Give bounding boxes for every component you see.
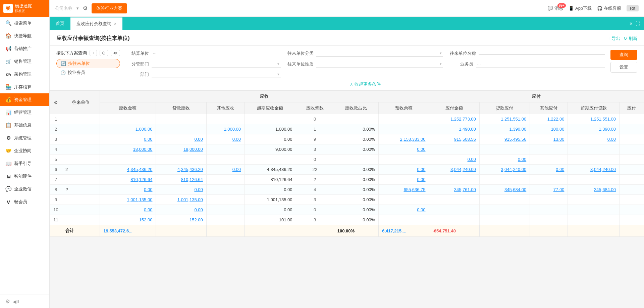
footer-ap-amount[interactable]: -654,751.40	[429, 225, 479, 237]
refresh-btn[interactable]: ↻ 刷新	[624, 36, 637, 42]
config-icon[interactable]: ⊙	[100, 50, 108, 56]
row-prepaid[interactable]: 2,153,333.00	[379, 134, 429, 144]
collapse-sidebar-icon[interactable]: ◀II	[13, 299, 19, 304]
row-ap-amount[interactable]: 1,252,773.00	[429, 114, 479, 124]
sidebar-item-search-menu[interactable]: 🔍 搜索菜单	[0, 17, 49, 30]
row-loan-ar[interactable]: 0.00	[156, 185, 206, 195]
partner-name-input[interactable]	[479, 52, 605, 55]
salesperson-input[interactable]: ···	[476, 60, 605, 68]
row-other-ar[interactable]: 1,000.00	[206, 124, 244, 134]
sidebar-item-wechat[interactable]: 💬 企业微信	[0, 183, 49, 195]
row-prepaid[interactable]: 0.00	[379, 175, 429, 185]
row-partner	[62, 155, 100, 165]
more-icon[interactable]: ≪	[111, 50, 120, 56]
export-btn[interactable]: ↑ 导出	[608, 36, 621, 42]
partner-nature-select[interactable]: ▾	[316, 61, 443, 68]
tab-home[interactable]: 首页	[50, 17, 70, 30]
table-settings-icon[interactable]: ⚙	[54, 100, 58, 105]
sidebar-item-quick-nav[interactable]: 🏠 快捷导航	[0, 30, 49, 42]
app-download-btn[interactable]: 📱 App下载	[569, 5, 592, 11]
row-ar-amount[interactable]: 152.00	[100, 215, 156, 225]
tab-close-icon[interactable]: ×	[114, 21, 116, 26]
close-window-icon[interactable]: ✕	[629, 21, 633, 26]
online-service-btn[interactable]: 🎧 在线客服	[597, 5, 621, 11]
row-loan-ar[interactable]: 152.00	[156, 215, 206, 225]
sidebar-item-hardware[interactable]: 🖥 智能硬件	[0, 170, 49, 183]
row-loan-ar[interactable]: 0.00	[156, 205, 206, 215]
row-ar-amount[interactable]: 0.00	[100, 205, 156, 215]
row-ar-amount[interactable]: 0.00	[100, 185, 156, 195]
sidebar-item-vip[interactable]: V 畅会员	[0, 195, 49, 208]
sidebar-item-inventory[interactable]: 🏪 库存核算	[0, 81, 49, 93]
row-loan-ap[interactable]: 345,684.00	[479, 185, 530, 195]
department-select[interactable]: ▾	[152, 71, 281, 78]
sidebar-item-guide[interactable]: 📖 新手引导	[0, 157, 49, 170]
sidebar-item-finance[interactable]: 💰 资金管理	[0, 93, 49, 106]
row-other-ar[interactable]: 0.00	[206, 165, 244, 175]
sidebar-item-marketing[interactable]: 📢 营销推广	[0, 42, 49, 55]
row-ar-amount[interactable]: 0.00	[100, 134, 156, 144]
row-ar-amount[interactable]: 18,000.00	[100, 144, 156, 155]
collapse-filter-btn[interactable]: ∧ 收起更多条件	[125, 81, 605, 87]
row-other-ap[interactable]: 0.00	[530, 165, 568, 175]
row-loan-ap[interactable]: 0.00	[479, 155, 530, 165]
row-overdue-ap[interactable]: 345,684.00	[568, 185, 620, 195]
row-ap-amount[interactable]: 345,761.00	[429, 185, 479, 195]
settings-btn[interactable]: 设置	[610, 62, 637, 73]
row-other-ar	[206, 114, 244, 124]
row-ap-amount[interactable]: 915,508.56	[429, 134, 479, 144]
filter-option-by-partner[interactable]: 🔄 按往来单位	[56, 59, 120, 68]
sidebar-item-basic-info[interactable]: 📋 基础信息	[0, 119, 49, 132]
add-scheme-icon[interactable]: +	[90, 50, 97, 56]
query-btn[interactable]: 查询	[610, 50, 637, 60]
industry-btn[interactable]: 体验行业方案	[92, 3, 127, 13]
row-ar-amount[interactable]: 810,126.64	[100, 175, 156, 185]
row-ap-amount[interactable]: 3,044,240.00	[429, 165, 479, 175]
row-prepaid[interactable]: 0.00	[379, 165, 429, 175]
notification-area[interactable]: 💬 消息 99+	[548, 5, 563, 11]
topbar-gear-icon[interactable]: ⚙	[83, 5, 88, 11]
row-prepaid[interactable]: 0.00	[379, 144, 429, 155]
footer-ar-amount[interactable]: 19,553,472,6...	[100, 225, 156, 237]
tab-ar-ap[interactable]: 应收应付余额查询 ×	[70, 17, 122, 30]
footer-prepaid[interactable]: 6,417,215....	[379, 225, 429, 237]
expand-window-icon[interactable]: ⛶	[636, 21, 640, 26]
topbar-chevron-icon[interactable]: ▾	[76, 6, 79, 11]
row-overdue-ap[interactable]: 1,390.00	[568, 124, 620, 134]
row-other-ar[interactable]: 0.00	[206, 134, 244, 144]
row-prepaid[interactable]: 655,636.75	[379, 185, 429, 195]
sidebar-item-sales[interactable]: 🛒 销售管理	[0, 55, 49, 68]
row-loan-ap[interactable]: 1,251,551.00	[479, 114, 530, 124]
row-loan-ar[interactable]: 0.00	[156, 134, 206, 144]
user-area[interactable]: Rit	[627, 5, 639, 11]
row-ar-amount[interactable]: 1,000.00	[100, 124, 156, 134]
sidebar-item-operations[interactable]: 📊 经营管理	[0, 106, 49, 119]
row-loan-ap[interactable]: 3,044,240.00	[479, 165, 530, 175]
dept-manager-select[interactable]: ▾	[152, 61, 281, 68]
row-loan-ar[interactable]: 810,126.64	[156, 175, 206, 185]
row-ar-amount[interactable]: 4,345,436.20	[100, 165, 156, 175]
sidebar-item-system[interactable]: ⚙ 系统管理	[0, 132, 49, 144]
settlement-unit-input[interactable]: ···	[152, 50, 281, 57]
row-other-ap[interactable]: 77.00	[530, 185, 568, 195]
filter-option-by-staff[interactable]: 🕐 按业务员	[56, 68, 120, 77]
settings-bottom-icon[interactable]: ⚙	[5, 298, 10, 305]
row-overdue-ap[interactable]: 3,044,240.00	[568, 165, 620, 175]
row-overdue-ap[interactable]: 0.00	[568, 134, 620, 144]
sidebar-item-enterprise[interactable]: 🤝 企业协同	[0, 144, 49, 157]
row-ap-amount[interactable]: 0.00	[429, 155, 479, 165]
row-prepaid[interactable]: 0.00	[379, 205, 429, 215]
partner-category-select[interactable]: ▾	[316, 50, 443, 57]
row-overdue-ap[interactable]: 1,251,551.00	[568, 114, 620, 124]
row-loan-ar[interactable]: 4,345,436.20	[156, 165, 206, 175]
row-loan-ap[interactable]: 1,390.00	[479, 124, 530, 134]
row-other-ap[interactable]: 1,222.00	[530, 114, 568, 124]
row-other-ap[interactable]: 13.00	[530, 134, 568, 144]
sidebar-item-purchase[interactable]: 🛍 采购管理	[0, 68, 49, 81]
row-loan-ar[interactable]: 1,001,135.00	[156, 195, 206, 205]
row-other-ap[interactable]: 100.00	[530, 124, 568, 134]
row-loan-ar[interactable]: 18,000.00	[156, 144, 206, 155]
row-ar-amount[interactable]: 1,001,135.00	[100, 195, 156, 205]
row-loan-ap[interactable]: 915,495.56	[479, 134, 530, 144]
row-ap-amount[interactable]: 1,490.00	[429, 124, 479, 134]
